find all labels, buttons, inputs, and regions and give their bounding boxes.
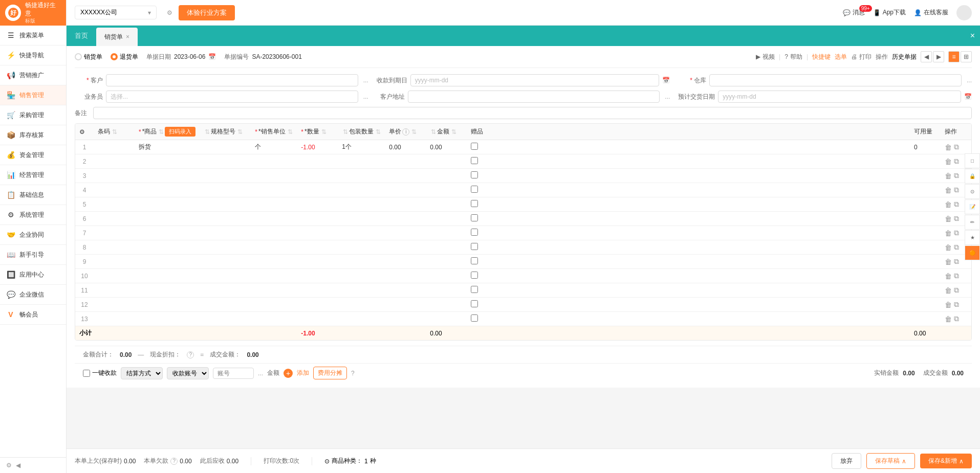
customer-address-input[interactable] xyxy=(408,91,660,103)
layout-list-button[interactable]: ≡ xyxy=(948,51,960,62)
radio-return-order[interactable]: 退货单 xyxy=(111,53,138,61)
row-copy-icon[interactable]: ⧉ xyxy=(954,143,959,151)
payment-method-select[interactable]: 结算方式 xyxy=(121,367,163,379)
row-spec[interactable] xyxy=(200,226,251,240)
remark-input[interactable] xyxy=(93,107,972,119)
sidebar-item-inventory[interactable]: 📦 库存核算 xyxy=(0,125,66,145)
row-product[interactable] xyxy=(135,255,200,269)
radio-sales-order[interactable]: 销货单 xyxy=(75,53,102,61)
sidebar-item-wechat[interactable]: 💬 企业微信 xyxy=(0,285,66,305)
qty-sort-icon[interactable]: ⇅ xyxy=(321,128,326,136)
expected-date-calendar-icon[interactable]: 📅 xyxy=(964,93,972,100)
row-gift[interactable] xyxy=(467,140,492,154)
fee-split-button[interactable]: 费用分摊 xyxy=(313,367,347,379)
row-gift[interactable] xyxy=(467,283,492,298)
row-gift[interactable] xyxy=(467,183,492,197)
sidebar-item-quick-nav[interactable]: ⚡ 快捷导航 xyxy=(0,46,66,65)
row-spec[interactable] xyxy=(200,240,251,255)
row-gift[interactable] xyxy=(467,240,492,255)
tab-sales-order[interactable]: 销货单 × xyxy=(96,28,138,46)
sidebar-item-finance[interactable]: 💰 资金管理 xyxy=(0,145,66,165)
discard-button[interactable]: 放弃 xyxy=(832,453,861,469)
expected-date-input[interactable] xyxy=(718,91,961,103)
sidebar-item-system[interactable]: ⚙ 系统管理 xyxy=(0,205,66,225)
row-delete-icon[interactable]: 🗑 xyxy=(945,315,952,323)
row-gift[interactable] xyxy=(467,226,492,240)
shortcut-button[interactable]: 快捷键 xyxy=(812,53,831,61)
row-gift[interactable] xyxy=(467,269,492,283)
operation-button[interactable]: 操作 xyxy=(876,53,888,61)
row-qty[interactable] xyxy=(297,169,338,183)
scan-button[interactable]: 扫码录入 xyxy=(165,127,195,137)
float-btn-3[interactable]: ⊙ xyxy=(965,184,980,199)
row-gift[interactable] xyxy=(467,197,492,212)
save-new-button[interactable]: 保存&新增 ∧ xyxy=(920,454,972,468)
row-spec[interactable] xyxy=(200,283,251,298)
nav-next-button[interactable]: ▶ xyxy=(933,51,944,62)
row-spec[interactable] xyxy=(200,183,251,197)
row-qty[interactable] xyxy=(297,212,338,226)
row-qty[interactable] xyxy=(297,197,338,212)
price-info-icon[interactable]: i xyxy=(402,128,409,136)
row-copy-icon[interactable]: ⧉ xyxy=(954,243,959,252)
row-copy-icon[interactable]: ⧉ xyxy=(954,171,959,180)
sidebar-item-operation[interactable]: 📊 经营管理 xyxy=(0,165,66,185)
history-button[interactable]: 历史单据 xyxy=(892,53,917,61)
row-qty[interactable] xyxy=(297,298,338,312)
settings-icon[interactable]: ⚙ xyxy=(79,128,85,136)
row-product[interactable] xyxy=(135,183,200,197)
row-gift[interactable] xyxy=(467,169,492,183)
sidebar-item-basic-info[interactable]: 📋 基础信息 xyxy=(0,185,66,205)
trial-button[interactable]: 体验行业方案 xyxy=(179,5,235,20)
tab-home[interactable]: 首页 xyxy=(67,26,96,46)
row-product[interactable] xyxy=(135,212,200,226)
company-selector[interactable]: XXXXXX公司 ▾ xyxy=(75,6,157,19)
print-button[interactable]: 🖨 打印 xyxy=(851,53,872,61)
row-delete-icon[interactable]: 🗑 xyxy=(945,143,952,151)
float-btn-6[interactable]: ★ xyxy=(965,230,980,245)
print-count[interactable]: 打印次数:0次 xyxy=(264,457,299,465)
row-gift[interactable] xyxy=(467,298,492,312)
row-delete-icon[interactable]: 🗑 xyxy=(945,286,952,295)
row-delete-icon[interactable]: 🗑 xyxy=(945,243,952,252)
salesperson-dots-button[interactable]: ... xyxy=(363,93,368,100)
row-gift[interactable] xyxy=(467,255,492,269)
row-delete-icon[interactable]: 🗑 xyxy=(945,272,952,280)
row-qty[interactable]: -1.00 xyxy=(297,140,338,154)
row-qty[interactable] xyxy=(297,154,338,169)
row-copy-icon[interactable]: ⧉ xyxy=(954,157,959,166)
row-spec[interactable] xyxy=(200,140,251,154)
row-spec[interactable] xyxy=(200,197,251,212)
row-copy-icon[interactable]: ⧉ xyxy=(954,186,959,194)
row-spec[interactable] xyxy=(200,212,251,226)
customer-input[interactable] xyxy=(106,74,358,86)
spec-sort-icon[interactable]: ⇅ xyxy=(205,128,210,136)
address-dots-button[interactable]: ... xyxy=(665,93,670,100)
app-download-button[interactable]: 📱 App下载 xyxy=(873,8,906,17)
row-product[interactable] xyxy=(135,298,200,312)
row-product[interactable] xyxy=(135,312,200,326)
due-date-calendar-icon[interactable]: 📅 xyxy=(662,77,670,84)
unit-sort-icon[interactable]: ⇅ xyxy=(288,128,293,136)
row-gift[interactable] xyxy=(467,212,492,226)
payment-account-input[interactable] xyxy=(213,368,254,379)
save-draft-button[interactable]: 保存草稿 ∧ xyxy=(866,453,915,469)
sidebar-gear-icon[interactable]: ⚙ xyxy=(6,462,12,469)
payment-dots-button[interactable]: ... xyxy=(258,370,263,377)
sidebar-collapse-icon[interactable]: ◀ xyxy=(16,462,20,469)
sidebar-item-marketing[interactable]: 📢 营销推广 xyxy=(0,65,66,85)
one-click-payment-checkbox[interactable]: 一键收款 xyxy=(83,369,117,377)
row-product[interactable] xyxy=(135,169,200,183)
row-copy-icon[interactable]: ⧉ xyxy=(954,229,959,237)
one-click-checkbox[interactable] xyxy=(83,370,90,377)
row-copy-icon[interactable]: ⧉ xyxy=(954,272,959,280)
barcode-sort-icon[interactable]: ⇅ xyxy=(112,128,117,136)
row-copy-icon[interactable]: ⧉ xyxy=(954,300,959,309)
topbar-gear-icon[interactable]: ⚙ xyxy=(167,9,172,16)
float-btn-5[interactable]: ✏ xyxy=(965,215,980,230)
message-button[interactable]: 💬 消息 99+ xyxy=(843,8,865,17)
row-product[interactable] xyxy=(135,154,200,169)
row-qty[interactable] xyxy=(297,226,338,240)
row-delete-icon[interactable]: 🗑 xyxy=(945,157,952,166)
amount-sort2-icon[interactable]: ⇅ xyxy=(451,128,456,136)
